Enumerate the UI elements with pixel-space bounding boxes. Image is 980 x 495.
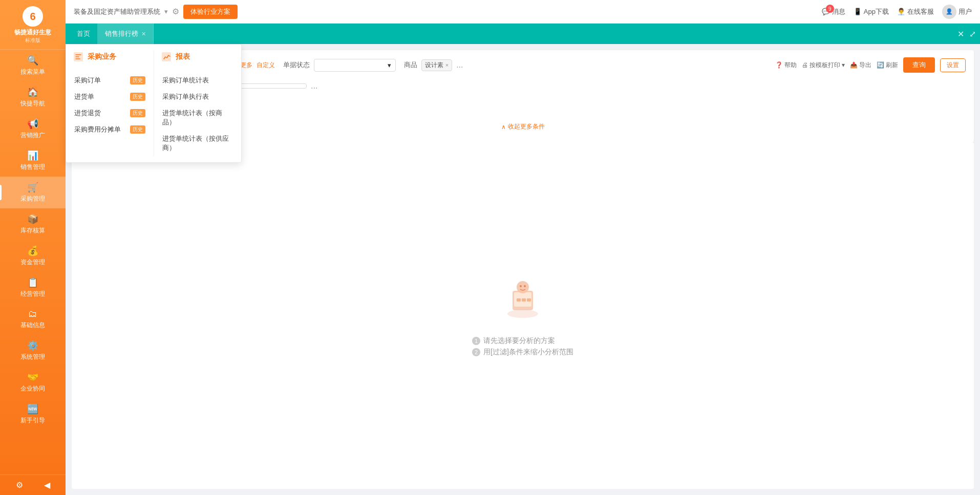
purchase-menu-item-label: 进货退货 xyxy=(74,109,101,118)
sidebar-label-enterprise: 企业协同 xyxy=(20,384,45,393)
collapse-label: 收起更多条件 xyxy=(508,122,545,131)
system-name: 装备及固定资产辅助管理系统 xyxy=(74,7,160,16)
goods-more-btn[interactable]: ... xyxy=(456,60,463,70)
empty-tip-2: 2 用[过滤]条件来缩小分析范围 xyxy=(472,348,573,357)
empty-state: 1 请先选择要分析的方案 2 用[过滤]条件来缩小分析范围 xyxy=(72,142,974,489)
salesman-more-btn[interactable]: ... xyxy=(311,81,317,91)
sidebar-label-sales: 销售管理 xyxy=(20,163,45,171)
history-badge: 历史 xyxy=(130,125,145,134)
help-icon: ❓ xyxy=(775,61,783,69)
sidebar-label-purchase: 采购管理 xyxy=(20,195,45,203)
sidebar-label-system: 系统管理 xyxy=(20,353,45,361)
message-badge-wrap: 💬 9 xyxy=(822,8,830,15)
sidebar-item-enterprise[interactable]: 🤝企业协同 xyxy=(0,367,66,398)
sidebar-item-purchase[interactable]: 🛒采购管理 xyxy=(0,177,66,208)
trial-button[interactable]: 体验行业方案 xyxy=(183,5,238,19)
report-col-header: 报表 xyxy=(160,51,236,66)
sidebar-footer: ⚙ ◀ xyxy=(0,475,66,495)
date-custom[interactable]: 自定义 xyxy=(257,61,275,70)
sidebar-item-quick-nav[interactable]: 🏠快捷导航 xyxy=(0,81,66,113)
svg-point-3 xyxy=(517,281,529,293)
logo-edition: 标准版 xyxy=(25,37,40,44)
report-col-icon xyxy=(160,51,173,63)
report-menu-item-label: 采购订单执行表 xyxy=(162,92,209,101)
purchase-menu-item[interactable]: 进货退货历史 xyxy=(72,105,147,121)
sidebar-icon-quick-nav: 🏠 xyxy=(27,87,38,98)
help-btn[interactable]: ❓ 帮助 xyxy=(775,61,797,70)
sidebar-item-inventory[interactable]: 📦库存核算 xyxy=(0,208,66,240)
service-label: 在线客服 xyxy=(907,7,934,16)
report-menu-item[interactable]: 进货单统计表（按供应商） xyxy=(160,131,236,156)
sidebar-item-guide[interactable]: 🆕新手引导 xyxy=(0,398,66,430)
tab-expand-icon[interactable]: ⤢ xyxy=(969,29,976,39)
sidebar-item-finance[interactable]: 💰资金管理 xyxy=(0,240,66,272)
topbar-dropdown-icon[interactable]: ▾ xyxy=(164,8,168,15)
report-menu-item-label: 进货单统计表（按供应商） xyxy=(162,134,233,153)
online-service-group[interactable]: 👨‍💼 在线客服 xyxy=(897,7,934,16)
svg-rect-7 xyxy=(522,298,526,302)
tabbar: 首页 销售排行榜 ✕ ✕ ⤢ xyxy=(66,24,980,44)
history-badge: 历史 xyxy=(130,76,145,84)
app-label: App下载 xyxy=(864,7,889,16)
purchase-menu-item[interactable]: 采购费用分摊单历史 xyxy=(72,121,147,138)
sidebar-item-system[interactable]: ⚙️系统管理 xyxy=(0,335,66,367)
sidebar-icon-marketing: 📢 xyxy=(27,118,38,130)
settings-button[interactable]: 设置 xyxy=(940,58,966,72)
query-button[interactable]: 查询 xyxy=(903,57,935,73)
sidebar-icon-sales: 📊 xyxy=(27,150,38,161)
report-menu-item[interactable]: 采购订单执行表 xyxy=(160,89,236,105)
avatar-icon: 👤 xyxy=(946,8,953,15)
empty-tips: 1 请先选择要分析的方案 2 用[过滤]条件来缩小分析范围 xyxy=(472,334,573,359)
sidebar-icon-basic-info: 🗂 xyxy=(28,309,37,319)
logo-icon: 6 xyxy=(23,6,43,27)
report-menu-item[interactable]: 采购订单统计表 xyxy=(160,72,236,89)
purchase-col-header: 采购业务 xyxy=(72,51,147,66)
sidebar-label-inventory: 库存核算 xyxy=(20,226,45,235)
tab-close-all-icon[interactable]: ✕ xyxy=(957,29,964,39)
sidebar-settings-icon[interactable]: ⚙ xyxy=(16,480,23,490)
sidebar-label-marketing: 营销推广 xyxy=(20,131,45,140)
sidebar-label-basic-info: 基础信息 xyxy=(20,321,45,330)
report-col-title: 报表 xyxy=(176,52,190,61)
purchase-items: 采购订单历史进货单历史进货退货历史采购费用分摊单历史 xyxy=(72,72,147,138)
sidebar-collapse-icon[interactable]: ◀ xyxy=(44,480,50,490)
bill-status-arrow: ▾ xyxy=(388,61,391,69)
refresh-btn[interactable]: 🔄 刷新 xyxy=(877,61,898,70)
history-badge: 历史 xyxy=(130,93,145,101)
tab-sales-ranking[interactable]: 销售排行榜 ✕ xyxy=(98,24,154,44)
collapse-button[interactable]: ∧ 收起更多条件 xyxy=(501,122,545,131)
sidebar-icon-operations: 📋 xyxy=(27,277,38,288)
empty-tip-1: 1 请先选择要分析的方案 xyxy=(472,336,573,346)
svg-rect-6 xyxy=(517,298,521,302)
purchase-menu-item-label: 采购订单 xyxy=(74,76,101,85)
svg-point-0 xyxy=(507,310,538,318)
tab-home[interactable]: 首页 xyxy=(70,24,98,44)
purchase-menu-item[interactable]: 采购订单历史 xyxy=(72,72,147,89)
purchase-menu-item[interactable]: 进货单历史 xyxy=(72,89,147,105)
active-bar xyxy=(0,185,2,200)
user-group[interactable]: 👤 用户 xyxy=(942,5,972,19)
tab-close-icon[interactable]: ✕ xyxy=(141,31,146,37)
sidebar-item-search[interactable]: 🔍搜索菜单 xyxy=(0,50,66,81)
date-more[interactable]: 更多 xyxy=(240,61,252,70)
goods-tag-close[interactable]: × xyxy=(445,62,449,68)
topbar-settings-icon[interactable]: ⚙ xyxy=(172,7,179,16)
tab-home-label: 首页 xyxy=(77,29,90,38)
sidebar-logo: 6 畅捷通好生意 标准版 xyxy=(0,0,66,50)
toolbar-right: ❓ 帮助 🖨 按模板打印 ▾ 📤 导出 🔄 刷新 xyxy=(775,57,966,73)
sidebar-item-operations[interactable]: 📋经营管理 xyxy=(0,272,66,304)
sidebar-item-marketing[interactable]: 📢营销推广 xyxy=(0,113,66,145)
sidebar-icon-search: 🔍 xyxy=(27,55,38,66)
sidebar-item-basic-info[interactable]: 🗂基础信息 xyxy=(0,304,66,335)
sidebar-item-sales[interactable]: 📊销售管理 xyxy=(0,145,66,177)
topbar-right: 💬 9 消息 📱 App下载 👨‍💼 在线客服 👤 用户 xyxy=(822,5,972,19)
report-menu-item[interactable]: 进货单统计表（按商品） xyxy=(160,105,236,131)
sidebar-icon-enterprise: 🤝 xyxy=(27,372,38,383)
bill-status-select[interactable]: ▾ xyxy=(314,59,396,72)
message-group[interactable]: 💬 9 消息 xyxy=(822,7,845,16)
export-btn[interactable]: 📤 导出 xyxy=(850,61,871,70)
purchase-col: 采购业务 采购订单历史进货单历史进货退货历史采购费用分摊单历史 xyxy=(66,51,154,156)
empty-illustration xyxy=(497,273,548,324)
print-btn[interactable]: 🖨 按模板打印 ▾ xyxy=(802,61,845,70)
app-download-group[interactable]: 📱 App下载 xyxy=(854,7,889,16)
